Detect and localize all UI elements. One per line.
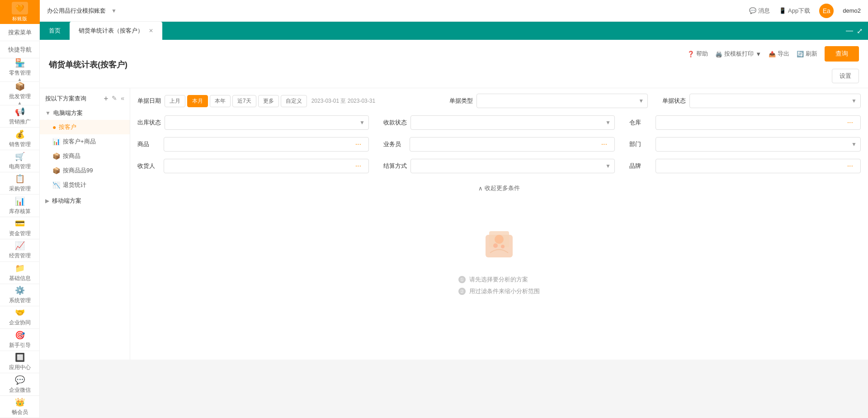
sidebar-item-system[interactable]: ⚙️ 系统管理 — [0, 284, 40, 306]
tip-num-2: ② — [458, 288, 466, 295]
staff-select[interactable]: ··· — [410, 137, 615, 152]
sidebar-item-purchase[interactable]: 📋 采购管理 — [0, 172, 40, 195]
scheme-collapse-icon[interactable]: « — [121, 95, 124, 103]
product-dots[interactable]: ··· — [352, 140, 365, 148]
collapse-button[interactable]: ∧ 收起更多条件 — [478, 184, 520, 192]
header-dropdown-icon[interactable]: ▼ — [111, 8, 117, 14]
sidebar-item-wholesale[interactable]: 📦 批发管理 ▲ — [0, 82, 40, 105]
date-range: 2023-03-01 至 2023-03-31 — [311, 97, 375, 105]
tabbar-minimize-icon[interactable]: — — [846, 27, 853, 35]
date-btn-current-month[interactable]: 本月 — [187, 95, 208, 107]
brand-dots[interactable]: ··· — [844, 162, 857, 170]
sidebar-nav[interactable]: 快捷导航 — [0, 41, 40, 58]
filter-row-1: 单据日期 上月 本月 本年 近7天 更多 自定义 2023-03-01 至 20… — [137, 94, 861, 108]
tab-home[interactable]: 首页 — [40, 22, 70, 40]
sidebar-item-operations[interactable]: 📈 经营管理 — [0, 239, 40, 261]
date-btn-last-month[interactable]: 上月 — [165, 95, 185, 107]
scheme-item-by-product-99[interactable]: 📦 按商品品99 — [40, 163, 130, 178]
sidebar-item-newbie[interactable]: 🎯 新手引导 — [0, 329, 40, 351]
scheme-edit-icon[interactable]: ✎ — [112, 95, 117, 103]
wholesale-icon: 📦 — [15, 81, 25, 91]
date-btn-more[interactable]: 更多 — [258, 95, 279, 107]
sidebar-item-retail[interactable]: 🏪 零售管理 ▲ — [0, 58, 40, 82]
filter-row-3: 商品 ··· 业务员 ··· 部门 — [137, 137, 861, 152]
download-icon: 📱 — [779, 7, 786, 14]
settings-button[interactable]: 设置 — [832, 69, 859, 83]
sidebar-item-finance[interactable]: 💳 资金管理 — [0, 217, 40, 239]
warehouse-label: 仓库 — [629, 119, 652, 127]
filter-product: 商品 ··· — [137, 137, 369, 152]
sidebar-search[interactable]: 搜索菜单 — [0, 24, 40, 41]
out-status-select[interactable]: ▼ — [165, 115, 369, 130]
refresh-button[interactable]: 🔄 刷新 — [797, 50, 817, 58]
finance-icon: 💳 — [15, 218, 25, 228]
receipt-status-select[interactable]: ▼ — [410, 115, 615, 130]
payment-method-arrow-icon: ▼ — [605, 163, 611, 169]
out-status-arrow-icon: ▼ — [359, 119, 365, 126]
scheme-item-by-customer[interactable]: ● 按客户 — [40, 120, 130, 134]
app-logo[interactable]: 🧡 标账版 — [0, 0, 40, 24]
tabbar-maximize-icon[interactable]: ⤢ — [857, 27, 863, 35]
app-download-button[interactable]: 📱 App下载 — [779, 7, 810, 15]
date-btn-custom[interactable]: 自定义 — [281, 95, 307, 107]
scheme-group-desktop-label: 电脑端方案 — [53, 109, 83, 117]
tab-close-icon[interactable]: ✕ — [149, 28, 153, 34]
recipient-select[interactable]: ··· — [164, 159, 369, 173]
date-btn-current-year[interactable]: 本年 — [210, 95, 231, 107]
sidebar-item-marketing[interactable]: 📢 营销推广 — [0, 105, 40, 128]
sidebar-item-collab[interactable]: 🤝 企业协同 — [0, 306, 40, 328]
date-label: 单据日期 — [137, 97, 161, 105]
export-button[interactable]: 📤 导出 — [769, 50, 789, 58]
warehouse-dots[interactable]: ··· — [844, 119, 857, 127]
scheme-item-by-product[interactable]: 📦 按商品 — [40, 149, 130, 163]
staff-label: 业务员 — [383, 140, 406, 148]
doc-type-select[interactable]: ▼ — [476, 94, 648, 108]
staff-dots[interactable]: ··· — [598, 140, 611, 148]
message-icon: 💬 — [749, 7, 756, 14]
department-label: 部门 — [629, 140, 652, 148]
scheme-item-return[interactable]: 📉 退货统计 — [40, 178, 130, 192]
product-select[interactable]: ··· — [164, 137, 369, 152]
payment-method-select[interactable]: ▼ — [410, 159, 615, 173]
message-button[interactable]: 💬 消息 — [749, 7, 770, 15]
inventory-icon: 📊 — [15, 196, 25, 206]
collab-icon: 🤝 — [15, 308, 25, 318]
filter-recipient: 收货人 ··· — [137, 159, 369, 173]
recipient-dots[interactable]: ··· — [352, 162, 365, 170]
tabbar: 首页 销货单统计表（按客户） ✕ — ⤢ — [40, 22, 868, 40]
svg-point-2 — [495, 235, 504, 244]
scheme-group-desktop-header[interactable]: ▼ 电脑端方案 — [40, 106, 130, 120]
filter-staff: 业务员 ··· — [383, 137, 615, 152]
empty-tip-1: ① 请先选择要分析的方案 — [458, 276, 540, 284]
department-select[interactable]: ▼ — [656, 137, 861, 152]
customer-icon: ● — [52, 124, 56, 131]
help-button[interactable]: ❓ 帮助 — [687, 50, 708, 58]
brand-label: 品牌 — [629, 162, 652, 170]
sidebar-item-wechat[interactable]: 💬 企业微信 — [0, 373, 40, 395]
scheme-item-by-customer-product[interactable]: 📊 按客户+商品 — [40, 134, 130, 149]
sidebar-item-sales[interactable]: 💰 销售管理 — [0, 128, 40, 150]
filter-doc-type: 单据类型 ▼ — [449, 94, 648, 108]
template-print-button[interactable]: 🖨️ 按模板打印 ▼ — [715, 50, 761, 58]
sidebar-item-member[interactable]: 👑 畅会员 — [0, 396, 40, 418]
brand-select[interactable]: ··· — [656, 159, 861, 173]
page-content: 销货单统计表(按客户) ❓ 帮助 🖨️ 按模板打印 ▼ 📤 导出 — [40, 40, 868, 418]
doc-type-label: 单据类型 — [449, 97, 473, 105]
query-button[interactable]: 查询 — [825, 46, 859, 62]
sidebar-item-ecommerce[interactable]: 🛒 电商管理 — [0, 150, 40, 172]
scheme-group-mobile-header[interactable]: ▶ 移动端方案 — [40, 194, 130, 208]
scheme-panel-header: 按以下方案查询 + ✎ « — [40, 92, 130, 105]
filter-doc-status: 单据状态 ▼ — [662, 94, 861, 108]
doc-status-select[interactable]: ▼ — [689, 94, 861, 108]
tab-sales-stat[interactable]: 销货单统计表（按客户） ✕ — [70, 22, 162, 40]
user-avatar[interactable]: Ea — [819, 4, 834, 18]
basic-icon: 📁 — [15, 263, 25, 273]
sidebar-item-basic[interactable]: 📁 基础信息 — [0, 262, 40, 284]
sidebar-item-appstore[interactable]: 🔲 应用中心 — [0, 351, 40, 373]
warehouse-select[interactable]: ··· — [656, 115, 861, 130]
scheme-add-icon[interactable]: + — [104, 95, 108, 103]
sidebar-item-inventory[interactable]: 📊 库存核算 — [0, 195, 40, 217]
date-btn-last-7[interactable]: 近7天 — [232, 95, 256, 107]
wechat-icon: 💬 — [15, 375, 25, 385]
svg-point-3 — [493, 243, 498, 248]
